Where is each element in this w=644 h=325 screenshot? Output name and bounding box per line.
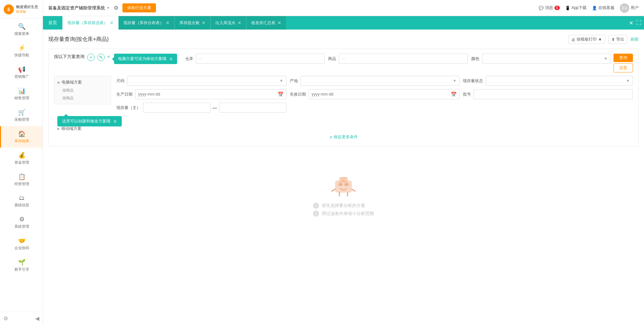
stock-status-select[interactable]: ▼	[486, 76, 633, 86]
scheme-tooltip: 电脑方案可设为移动方案哦 ✕	[114, 54, 177, 64]
tab-close-summary[interactable]: ✕	[277, 20, 281, 25]
sidebar-item-sales[interactable]: 📊 销售管理	[0, 83, 43, 105]
message-btn[interactable]: 💬 消息 6	[539, 5, 560, 11]
sidebar-item-guide-label: 新手引导	[14, 267, 29, 272]
sidebar-item-purchase[interactable]: 🛒 采购管理	[0, 105, 43, 126]
tab-close-flow[interactable]: ✕	[237, 20, 241, 25]
settings-footer-btn[interactable]: ⚙	[3, 315, 8, 322]
sidebar-item-finance[interactable]: 💰 资金管理	[0, 148, 43, 169]
color-dropdown-icon: ▼	[604, 56, 608, 61]
stock-main-min[interactable]	[143, 103, 211, 113]
settings-btn[interactable]: ⚙	[114, 5, 118, 11]
origin-dropdown-icon: ▼	[452, 78, 457, 83]
message-icon: 💬	[539, 6, 544, 10]
page-title-bar: 现存量查询(按仓库+商品) 🖨 按模板打印 ▼ ⬆ 导出 刷新	[48, 35, 639, 44]
stock-main-max[interactable]	[219, 103, 286, 113]
logo-area: 6 畅捷通好生意 标准版	[0, 0, 43, 19]
phone-icon: 📱	[565, 6, 570, 10]
scheme-right: 尺码 ▼ 产地 ▼	[116, 76, 633, 133]
tab-fullscreen-btn[interactable]: ⛶	[636, 20, 641, 26]
message-badge: 6	[554, 6, 560, 10]
sidebar-item-search-label: 搜索菜单	[14, 31, 29, 36]
export-btn[interactable]: ⬆ 导出	[608, 35, 627, 44]
produce-date-input[interactable]: 📅	[135, 89, 286, 99]
export-icon: ⬆	[611, 37, 615, 42]
print-btn[interactable]: 🖨 按模板打印 ▼	[568, 35, 605, 44]
scheme-add-btn[interactable]: +	[87, 54, 95, 61]
step2-text: 用过滤条件来缩小分析范围	[322, 211, 374, 217]
tab-close-batch-account[interactable]: ✕	[202, 20, 206, 25]
query-btn[interactable]: 查询	[613, 54, 633, 62]
tab-close-inventory-status[interactable]: ✕	[110, 20, 114, 25]
expire-date-input[interactable]: 📅	[309, 89, 460, 99]
tree-item-pc[interactable]: ▶ 电脑端方案	[54, 78, 111, 87]
mobile-desc2: 按商品	[62, 96, 73, 101]
experience-btn[interactable]: 体验行业方案	[122, 3, 156, 12]
top-header: 装备及固定资产辅助管理系统 ▼ ⚙ 体验行业方案 💬 消息 6 📱 App下载 …	[43, 0, 644, 16]
refresh-btn[interactable]: 刷新	[631, 37, 639, 42]
sidebar-footer: ⚙ ◀	[0, 312, 43, 325]
mobile-scheme-label: 移动端方案	[61, 126, 82, 131]
tab-close-inventory-dist[interactable]: ✕	[166, 20, 170, 25]
sidebar-item-cooperation[interactable]: 🤝 企业协同	[0, 233, 43, 255]
tab-close-all-btn[interactable]: ✕	[629, 20, 633, 26]
search-label: 按以下方案查询	[54, 54, 85, 60]
produce-date-cal-icon[interactable]: 📅	[278, 92, 283, 97]
print-icon: 🖨	[571, 37, 575, 42]
expire-date-cal-icon[interactable]: 📅	[451, 92, 457, 97]
collapse-row[interactable]: ∧ 收起更多条件	[54, 133, 633, 141]
scheme-edit-btn[interactable]: ✎	[97, 54, 105, 61]
tab-batch-account[interactable]: 库存批次账 ✕	[174, 16, 210, 30]
batch-no-label: 批号	[463, 92, 471, 97]
tab-inventory-status[interactable]: 现存量（库存状况表） ✕	[62, 16, 118, 30]
batch-no-input[interactable]	[474, 89, 633, 99]
filter-color: 颜色 ▼	[471, 54, 611, 64]
scheme-tooltip-close[interactable]: ✕	[169, 56, 173, 62]
sidebar-item-guide[interactable]: 🌱 新手引导	[0, 255, 43, 276]
tab-controls: ✕ ⛶	[626, 20, 644, 26]
sidebar-item-basic[interactable]: 🗂 基础信息	[0, 191, 43, 212]
warehouse-select[interactable]: ···	[196, 54, 325, 64]
logo-name: 畅捷通好生意	[16, 4, 38, 9]
sidebar-item-search[interactable]: 🔍 搜索菜单	[0, 19, 43, 40]
scheme-tooltip-text: 电脑方案可设为移动方案哦	[118, 56, 166, 62]
size-select[interactable]: ▼	[127, 76, 286, 86]
sales-icon: 📊	[18, 87, 25, 95]
tree-item-mobile2[interactable]: 按商品	[54, 94, 111, 102]
system-selector-arrow: ▼	[106, 6, 110, 10]
tab-inventory-dist[interactable]: 现存量（库存分布表） ✕	[118, 16, 174, 30]
filter-stock-main: 现存量（主） —	[116, 103, 286, 113]
online-service-btn[interactable]: 👤 在线客服	[592, 5, 614, 11]
goods-label: 商品	[328, 56, 336, 62]
collapse-label: 收起更多条件	[334, 134, 358, 140]
scheme-left: ▶ 电脑端方案 按商品 按商品	[54, 76, 111, 133]
origin-select[interactable]: ▼	[301, 76, 460, 86]
system-selector[interactable]: 装备及固定资产辅助管理系统 ▼	[48, 5, 110, 11]
sidebar-item-marketing[interactable]: 📢 营销推广	[0, 62, 43, 83]
color-select[interactable]: ▼	[482, 54, 611, 64]
tab-bar: 首页 现存量（库存状况表） ✕ 现存量（库存分布表） ✕ 库存批次账 ✕ 出入库…	[43, 16, 644, 30]
system-icon: ⚙	[19, 216, 24, 223]
tab-batch-account-label: 库存批次账	[179, 20, 200, 26]
empty-state: 1 请先选择要分析的方案 2 用过滤条件来缩小分析范围	[48, 150, 639, 239]
create-tooltip-close[interactable]: ✕	[113, 119, 117, 124]
tab-home[interactable]: 首页	[43, 16, 62, 30]
scheme-back-btn[interactable]: «	[107, 54, 110, 59]
sidebar-item-inventory[interactable]: 🏠 库存核算	[0, 126, 43, 148]
tab-flow[interactable]: 出入库流水 ✕	[210, 16, 246, 30]
scheme-tree: ▶ 电脑端方案 按商品 按商品	[54, 76, 111, 104]
sidebar-item-system[interactable]: ⚙ 系统管理	[0, 212, 43, 233]
app-download-btn[interactable]: 📱 App下载	[565, 5, 587, 11]
tab-summary[interactable]: 收发存汇总表 ✕	[246, 16, 286, 30]
goods-select[interactable]: ···	[339, 54, 468, 64]
tree-item-mobile[interactable]: 按商品	[54, 87, 111, 94]
svg-line-10	[332, 189, 335, 191]
main-area: 装备及固定资产辅助管理系统 ▼ ⚙ 体验行业方案 💬 消息 6 📱 App下载 …	[43, 0, 644, 325]
user-area[interactable]: Ea 用户	[620, 3, 639, 13]
sidebar-item-operation[interactable]: 📋 经营管理	[0, 169, 43, 191]
produce-date-field[interactable]	[138, 92, 276, 97]
collapse-sidebar-btn[interactable]: ◀	[35, 315, 39, 322]
settings-btn-form[interactable]: 设置	[613, 63, 633, 72]
sidebar-item-quicknav[interactable]: ⚡ 快捷导航	[0, 40, 43, 62]
expire-date-field[interactable]	[312, 92, 450, 97]
